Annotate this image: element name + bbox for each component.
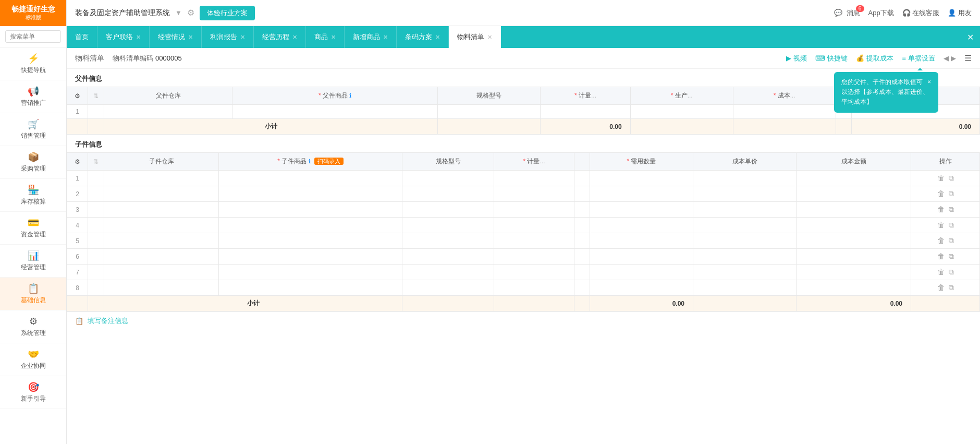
parent-row1-product[interactable] — [232, 105, 438, 119]
app-download-link[interactable]: App下载 — [868, 8, 894, 18]
sidebar-item-operations[interactable]: 📊 经营管理 — [0, 245, 66, 278]
bottom-label[interactable]: 填写备注信息 — [88, 316, 128, 326]
sidebar-search-wrap — [0, 26, 66, 47]
trial-button[interactable]: 体验行业方案 — [200, 6, 255, 20]
copy-icon-1[interactable]: ⧉ — [949, 174, 954, 183]
copy-icon-8[interactable]: ⧉ — [949, 283, 954, 292]
child-row1-warehouse[interactable] — [104, 171, 219, 186]
parent-row1-spec[interactable] — [438, 105, 541, 119]
parent-settings-icon: ⚙ — [75, 92, 80, 100]
copy-icon-4[interactable]: ⧉ — [949, 221, 954, 230]
tab-product-close[interactable]: ✕ — [331, 34, 336, 41]
parent-row1-num: 1 — [67, 105, 88, 119]
list-view-icon[interactable]: ☰ — [964, 53, 972, 63]
tab-customer-close[interactable]: ✕ — [136, 34, 141, 41]
basicinfo-icon: 📋 — [28, 283, 39, 294]
parent-row1-warehouse[interactable] — [104, 105, 232, 119]
cost-action[interactable]: 💰 提取成本 — [856, 54, 893, 63]
copy-icon-6[interactable]: ⧉ — [949, 252, 954, 261]
sidebar-item-purchase[interactable]: 📦 采购管理 — [0, 146, 66, 179]
parent-row1-produce[interactable] — [630, 105, 733, 119]
tab-barcode[interactable]: 条码方案 ✕ — [397, 26, 449, 48]
user-avatar[interactable]: 👤 用友 — [948, 8, 972, 18]
delete-icon-1[interactable]: 🗑 — [937, 174, 945, 183]
copy-icon-2[interactable]: ⧉ — [949, 189, 954, 198]
search-input[interactable] — [5, 30, 61, 43]
sidebar-item-quicknav[interactable]: ⚡ 快捷导航 — [0, 47, 66, 80]
copy-icon-7[interactable]: ⧉ — [949, 268, 954, 277]
child-th-qty: * 需用数量 — [590, 153, 693, 171]
quicknav-icon: ⚡ — [28, 53, 39, 64]
child-row1-spec[interactable] — [402, 171, 494, 186]
child-row2-price[interactable] — [693, 186, 797, 202]
parent-row1-cost[interactable] — [733, 105, 836, 119]
online-service-link[interactable]: 🎧 在线客服 — [902, 8, 940, 18]
tab-newproduct[interactable]: 新增商品 ✕ — [345, 26, 397, 48]
child-row2-qty[interactable] — [590, 186, 693, 202]
delete-icon-6[interactable]: 🗑 — [937, 252, 945, 261]
tab-bom-close[interactable]: ✕ — [487, 34, 492, 41]
delete-icon-7[interactable]: 🗑 — [937, 268, 945, 277]
page-actions: ▶ 视频 ⌨ 快捷键 💰 提取成本 ≡ 单据设置 ◀ ▶ — [786, 53, 972, 63]
tab-history[interactable]: 经营历程 ✕ — [254, 26, 306, 48]
child-row1-qty[interactable] — [590, 171, 693, 186]
sidebar-item-inventory[interactable]: 🏪 库存核算 — [0, 179, 66, 212]
video-action[interactable]: ▶ 视频 — [786, 54, 807, 63]
child-row1-product[interactable] — [219, 171, 402, 186]
tab-situation-close[interactable]: ✕ — [188, 34, 193, 41]
tab-profit-close[interactable]: ✕ — [240, 34, 245, 41]
sidebar-item-sales[interactable]: 🛒 销售管理 — [0, 113, 66, 146]
tab-product[interactable]: 商品 ✕ — [306, 26, 345, 48]
tab-customer[interactable]: 客户联络 ✕ — [97, 26, 150, 48]
child-th-settings[interactable]: ⚙ — [67, 153, 88, 171]
tab-bom-label: 物料清单 — [457, 32, 484, 42]
scan-badge[interactable]: 扫码录入 — [314, 158, 344, 165]
prev-arrow[interactable]: ◀ — [944, 54, 949, 62]
parent-subtotal-label: 小计 — [104, 119, 438, 135]
child-row2-spec[interactable] — [402, 186, 494, 202]
settings-action[interactable]: ≡ 单据设置 — [902, 54, 935, 63]
tab-bom[interactable]: 物料清单 ✕ — [449, 26, 501, 48]
child-row1-num: 1 — [67, 171, 88, 186]
child-row2-amount[interactable] — [797, 186, 911, 202]
settings-icon[interactable]: ⚙ — [187, 8, 194, 18]
tab-situation[interactable]: 经营情况 ✕ — [150, 26, 202, 48]
message-wrap[interactable]: 💬 6 消息 — [834, 8, 860, 18]
tab-home[interactable]: 首页 — [67, 26, 97, 48]
child-subtotal-label: 小计 — [104, 296, 402, 311]
sidebar-item-basicinfo[interactable]: 📋 基础信息 — [0, 278, 66, 310]
delete-icon-3[interactable]: 🗑 — [937, 205, 945, 214]
copy-icon-3[interactable]: ⧉ — [949, 205, 954, 214]
tab-newproduct-close[interactable]: ✕ — [383, 34, 388, 41]
tab-history-close[interactable]: ✕ — [292, 34, 297, 41]
child-section-title: 子件信息 — [67, 135, 980, 152]
delete-icon-8[interactable]: 🗑 — [937, 283, 945, 292]
parent-row1-unit[interactable] — [541, 105, 630, 119]
child-th-product: * 子件商品 ℹ 扫码录入 — [219, 153, 402, 171]
delete-icon-4[interactable]: 🗑 — [937, 221, 945, 230]
sidebar-item-sysadmin[interactable]: ⚙ 系统管理 — [0, 310, 66, 343]
tooltip-close-button[interactable]: × — [927, 77, 931, 87]
child-row2-num: 2 — [67, 186, 88, 202]
shortcut-action[interactable]: ⌨ 快捷键 — [815, 54, 848, 63]
child-row2-product[interactable] — [219, 186, 402, 202]
close-all-tabs[interactable]: ✕ — [961, 32, 980, 42]
child-row2-unit[interactable] — [494, 186, 574, 202]
next-arrow[interactable]: ▶ — [951, 54, 956, 62]
sidebar-item-guide[interactable]: 🎯 新手引导 — [0, 376, 66, 409]
sidebar-item-collab[interactable]: 🤝 企业协同 — [0, 343, 66, 376]
sidebar-item-marketing[interactable]: 📢 营销推广 — [0, 80, 66, 113]
delete-icon-2[interactable]: 🗑 — [937, 189, 945, 198]
child-row1-amount[interactable] — [797, 171, 911, 186]
topbar: 装备及固定资产辅助管理系统 ▼ ⚙ 体验行业方案 💬 6 消息 App下载 🎧 … — [67, 0, 980, 26]
copy-icon-5[interactable]: ⧉ — [949, 236, 954, 245]
parent-th-settings[interactable]: ⚙ — [67, 87, 88, 105]
tab-profit[interactable]: 利润报告 ✕ — [202, 26, 254, 48]
child-row1-unit[interactable] — [494, 171, 574, 186]
child-row1-price[interactable] — [693, 171, 797, 186]
child-row2-warehouse[interactable] — [104, 186, 219, 202]
sidebar-item-finance[interactable]: 💳 资金管理 — [0, 212, 66, 245]
delete-icon-5[interactable]: 🗑 — [937, 236, 945, 245]
tab-barcode-close[interactable]: ✕ — [435, 34, 440, 41]
dropdown-arrow-icon[interactable]: ▼ — [175, 9, 182, 17]
